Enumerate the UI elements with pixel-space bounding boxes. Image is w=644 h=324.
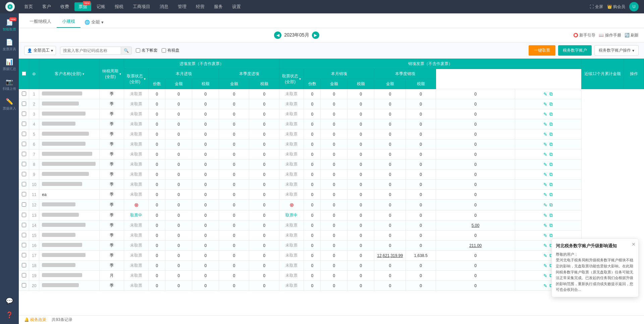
copy-icon[interactable]: ⧉ bbox=[549, 151, 553, 157]
sidebar-item-chat[interactable]: 💬 bbox=[1, 295, 18, 307]
sidebar-item-invoice-summary[interactable]: 📊 票据汇总 bbox=[1, 56, 18, 74]
row-checkbox[interactable] bbox=[22, 213, 26, 217]
copy-icon[interactable]: ⧉ bbox=[549, 192, 553, 197]
row-checkbox[interactable] bbox=[22, 273, 26, 277]
in-status-filter-icon[interactable]: ▾ bbox=[144, 77, 146, 81]
nav-services[interactable]: 服务 bbox=[210, 2, 227, 11]
new-guide-button[interactable]: ⭕ 新手引导 bbox=[573, 33, 595, 38]
row-checkbox-cell[interactable] bbox=[19, 119, 29, 129]
tax-policy-link[interactable]: 🔔 税务政策 bbox=[24, 317, 46, 323]
row-checkbox-cell[interactable] bbox=[19, 89, 29, 99]
copy-icon[interactable]: ⧉ bbox=[549, 202, 553, 208]
nav-management[interactable]: 管理 bbox=[174, 2, 191, 11]
row-checkbox[interactable] bbox=[22, 132, 26, 136]
my-accounts-checkbox[interactable] bbox=[136, 48, 140, 53]
copy-icon[interactable]: ⧉ bbox=[549, 101, 553, 107]
copy-icon[interactable]: ⧉ bbox=[549, 182, 553, 187]
nav-messages[interactable]: 消息 bbox=[156, 2, 172, 11]
user-avatar[interactable]: U bbox=[629, 2, 639, 11]
fullscreen-button[interactable]: ⛶ 全屏 bbox=[590, 4, 603, 10]
row-checkbox[interactable] bbox=[22, 102, 26, 106]
q-amount-value[interactable]: 12,621,319.99 bbox=[377, 253, 403, 258]
row-checkbox[interactable] bbox=[22, 182, 26, 186]
row-checkbox-cell[interactable] bbox=[19, 129, 29, 139]
sidebar-item-invoice-entry[interactable]: ✏️ 票据录入 bbox=[1, 95, 18, 114]
copy-icon[interactable]: ⧉ bbox=[549, 172, 553, 177]
edit-icon[interactable]: ✎ bbox=[543, 112, 547, 117]
edit-icon[interactable]: ✎ bbox=[543, 182, 547, 187]
row-checkbox-cell[interactable] bbox=[19, 170, 29, 180]
nav-business[interactable]: 工商项目 bbox=[129, 2, 154, 11]
edit-icon[interactable]: ✎ bbox=[543, 202, 547, 208]
row-checkbox-cell[interactable] bbox=[19, 251, 29, 261]
tab-all-filter[interactable]: 🌐 全能 ▾ bbox=[80, 16, 108, 28]
edit-icon[interactable]: ✎ bbox=[543, 192, 547, 197]
sidebar-item-invoice-open[interactable]: 📄 发票开具 bbox=[1, 36, 18, 54]
tax-digital-operation-button[interactable]: 税务数字账户操作 ▾ bbox=[594, 45, 639, 56]
row-checkbox[interactable] bbox=[22, 172, 26, 176]
row-checkbox-cell[interactable] bbox=[19, 281, 29, 291]
edit-icon[interactable]: ✎ bbox=[543, 142, 547, 147]
row-checkbox-cell[interactable] bbox=[19, 139, 29, 149]
row-checkbox-cell[interactable] bbox=[19, 231, 29, 241]
select-all-header[interactable] bbox=[19, 59, 29, 89]
search-button[interactable]: 🔍 bbox=[121, 47, 131, 54]
row-checkbox-cell[interactable] bbox=[19, 190, 29, 200]
nav-invoices[interactable]: 票据 new bbox=[74, 2, 91, 11]
row-checkbox-cell[interactable] bbox=[19, 220, 29, 231]
ytd-value[interactable]: 211.00 bbox=[469, 243, 482, 248]
row-checkbox[interactable] bbox=[22, 233, 26, 237]
has-tax-disk-checkbox[interactable] bbox=[162, 48, 166, 53]
copy-icon[interactable]: ⧉ bbox=[549, 131, 553, 137]
copy-icon[interactable]: ⧉ bbox=[549, 222, 553, 228]
row-checkbox[interactable] bbox=[22, 243, 26, 247]
edit-icon[interactable]: ✎ bbox=[543, 122, 547, 127]
one-click-fetch-button[interactable]: 一键取票 bbox=[529, 45, 555, 56]
row-checkbox[interactable] bbox=[22, 112, 26, 116]
edit-icon[interactable]: ✎ bbox=[543, 233, 547, 238]
tab-general-taxpayer[interactable]: 一般纳税人 bbox=[24, 16, 57, 28]
row-checkbox-cell[interactable] bbox=[19, 271, 29, 281]
nav-fees[interactable]: 收费 bbox=[56, 2, 73, 11]
edit-icon[interactable]: ✎ bbox=[543, 283, 547, 288]
edit-icon[interactable]: ✎ bbox=[543, 223, 547, 228]
refresh-button[interactable]: 🔄 刷新 bbox=[625, 33, 639, 38]
row-checkbox[interactable] bbox=[22, 142, 26, 146]
row-checkbox-cell[interactable] bbox=[19, 99, 29, 109]
row-checkbox[interactable] bbox=[22, 283, 26, 287]
row-checkbox-cell[interactable] bbox=[19, 261, 29, 271]
edit-icon[interactable]: ✎ bbox=[543, 213, 547, 218]
edit-icon[interactable]: ✎ bbox=[543, 243, 547, 248]
row-checkbox-cell[interactable] bbox=[19, 149, 29, 159]
row-checkbox-cell[interactable] bbox=[19, 210, 29, 220]
has-tax-disk-filter[interactable]: 有税盘 bbox=[162, 48, 179, 53]
next-month-button[interactable]: ▶ bbox=[312, 31, 319, 39]
my-accounts-filter[interactable]: 名下帐套 bbox=[136, 48, 158, 53]
row-checkbox-cell[interactable] bbox=[19, 180, 29, 190]
row-checkbox[interactable] bbox=[22, 202, 26, 207]
period-filter-icon[interactable]: ▾ bbox=[119, 72, 121, 76]
edit-icon[interactable]: ✎ bbox=[543, 273, 547, 278]
edit-icon[interactable]: ✎ bbox=[543, 132, 547, 137]
sidebar-item-help[interactable]: ❓ bbox=[1, 309, 18, 321]
vip-button[interactable]: 👑 购会员 bbox=[607, 4, 625, 10]
nav-operations[interactable]: 经营 bbox=[192, 2, 209, 11]
row-checkbox[interactable] bbox=[22, 223, 26, 227]
copy-icon[interactable]: ⧉ bbox=[549, 91, 553, 97]
row-checkbox[interactable] bbox=[22, 122, 26, 126]
tax-digital-account-button[interactable]: 税务数字账户 bbox=[558, 45, 592, 56]
copy-icon[interactable]: ⧉ bbox=[549, 212, 553, 218]
nav-bookkeeping[interactable]: 记账 bbox=[93, 2, 109, 11]
edit-icon[interactable]: ✎ bbox=[543, 162, 547, 167]
sidebar-item-scan-upload[interactable]: 📷 扫描上传 bbox=[1, 75, 18, 94]
search-input[interactable] bbox=[60, 47, 121, 54]
edit-icon[interactable]: ✎ bbox=[543, 152, 547, 157]
row-checkbox-cell[interactable] bbox=[19, 109, 29, 119]
row-checkbox[interactable] bbox=[22, 192, 26, 196]
row-checkbox-cell[interactable] bbox=[19, 241, 29, 251]
row-checkbox[interactable] bbox=[22, 152, 26, 156]
row-checkbox-cell[interactable] bbox=[19, 159, 29, 170]
row-checkbox[interactable] bbox=[22, 253, 26, 257]
customer-filter-icon[interactable]: ▾ bbox=[83, 72, 84, 76]
edit-icon[interactable]: ✎ bbox=[543, 253, 547, 258]
